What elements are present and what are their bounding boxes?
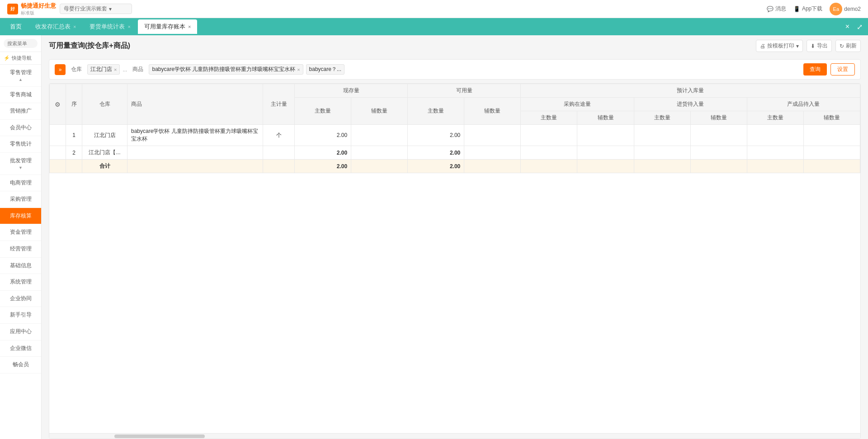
setting-button[interactable]: 设置 <box>830 63 855 76</box>
logo-icon: 好 <box>7 4 18 14</box>
sidebar-item-wholesale-mgmt[interactable]: 批发管理 ▼ <box>0 153 41 175</box>
product-tag-1-remove-icon[interactable]: × <box>297 67 300 72</box>
footer-prod-aux <box>803 160 860 173</box>
table-row: 2 江北门店【... 2.00 2.00 <box>50 146 860 160</box>
sidebar-item-system-mgmt[interactable]: 系统管理 <box>0 274 41 291</box>
home-label: 首页 <box>10 23 22 31</box>
footer-pp-aux <box>690 160 747 173</box>
close-window-button[interactable]: × <box>844 23 851 31</box>
user-profile[interactable]: Ea demo2 <box>830 3 861 15</box>
row1-product: babycare学饮杯 儿童防摔防撞吸管杯重力球吸嘴杯宝宝水杯 <box>127 125 263 146</box>
warehouse-tag-value: 江北门店 <box>90 66 112 73</box>
row1-pp-aux <box>690 125 747 146</box>
tab2-label: 要货单统计表 <box>90 23 125 31</box>
warehouse-tag-remove-icon[interactable]: × <box>114 67 117 72</box>
sidebar-item-marketing[interactable]: 营销推广 <box>0 103 41 120</box>
filter-expand-button[interactable]: » <box>55 64 66 75</box>
footer-pt-main <box>521 160 577 173</box>
row2-available-main: 2.00 <box>408 146 464 160</box>
col-settings-header[interactable]: ⚙ <box>50 84 66 125</box>
footer-num <box>66 160 82 173</box>
tab3-close-icon[interactable]: × <box>188 24 191 29</box>
sidebar-item-basic-info[interactable]: 基础信息 <box>0 258 41 274</box>
sidebar-item-purchase-mgmt[interactable]: 采购管理 <box>0 191 41 208</box>
sidebar-label: 批发管理 <box>10 157 32 165</box>
export-button[interactable]: ⬇ 导出 <box>807 40 832 52</box>
sidebar-item-enterprise-wechat[interactable]: 企业微信 <box>0 340 41 357</box>
row2-product <box>127 146 263 160</box>
sidebar-item-pro-member[interactable]: 畅会员 <box>0 357 41 373</box>
sidebar-item-member-center[interactable]: 会员中心 <box>0 120 41 137</box>
template-print-button[interactable]: 🖨 按模板打印 ▾ <box>756 40 803 52</box>
col-available-aux-header: 辅数量 <box>464 98 521 125</box>
sidebar-item-retail-mall[interactable]: 零售商城 <box>0 87 41 104</box>
sidebar-item-quick-nav[interactable]: ⚡ 快捷导航 <box>0 52 41 65</box>
filter-area: » 仓库 江北门店 × ... 商品 babycare学饮杯 儿童防摔防撞吸管杯… <box>49 59 861 80</box>
col-num-header: 序 <box>66 84 82 125</box>
col-available-header: 可用量 <box>408 84 521 98</box>
sidebar-item-finance-mgmt[interactable]: 资金管理 <box>0 224 41 241</box>
footer-available-main: 2.00 <box>408 160 464 173</box>
sidebar-label: 新手引导 <box>10 312 32 319</box>
col-prod-main-header: 主数量 <box>747 111 803 125</box>
sidebar-item-newbie-guide[interactable]: 新手引导 <box>0 307 41 324</box>
app-download-action[interactable]: 📱 App下载 <box>793 5 822 13</box>
table-scroll[interactable]: ⚙ 序 仓库 商品 主计量 现存量 可用量 预计入库量 主数量 辅 <box>49 84 860 433</box>
sidebar-label: 会员中心 <box>10 124 32 132</box>
row2-pt-aux <box>577 146 634 160</box>
header-actions: 🖨 按模板打印 ▾ ⬇ 导出 ↻ 刷新 <box>756 40 861 52</box>
tab1-close-icon[interactable]: × <box>73 24 76 29</box>
warehouse-more-indicator[interactable]: ... <box>123 66 127 73</box>
sidebar-label: 零售统计 <box>10 141 32 148</box>
main-layout: ⚡ 快捷导航 零售管理 ▲ 零售商城 营销推广 会员中心 零售统计 批发管理 ▼… <box>0 35 868 439</box>
sidebar-item-business-mgmt[interactable]: 经营管理 <box>0 241 41 258</box>
settings-gear-icon[interactable]: ⚙ <box>55 101 61 108</box>
query-button[interactable]: 查询 <box>803 63 827 76</box>
horizontal-scrollbar[interactable] <box>114 434 205 438</box>
sidebar-item-inventory-check[interactable]: 库存核算 <box>0 208 41 225</box>
col-purchase-transit-header: 采购在途量 <box>521 98 634 111</box>
row2-pp-aux <box>690 146 747 160</box>
tab-order-stats[interactable]: 要货单统计表 × <box>83 19 137 34</box>
chevron-icon: ▼ <box>19 165 23 170</box>
sidebar-item-retail-mgmt[interactable]: 零售管理 ▲ <box>0 65 41 87</box>
sidebar-item-retail-stats[interactable]: 零售统计 <box>0 136 41 153</box>
tab2-close-icon[interactable]: × <box>127 24 130 29</box>
phone-icon: 📱 <box>793 6 800 12</box>
sidebar-item-app-center[interactable]: 应用中心 <box>0 324 41 340</box>
footer-prod-main <box>747 160 803 173</box>
sidebar-item-ecommerce-mgmt[interactable]: 电商管理 <box>0 175 41 192</box>
industry-label: 母婴行业演示账套 <box>64 5 107 13</box>
row2-pp-main <box>634 146 690 160</box>
top-bar-left: 好 畅捷通好生意 标准版 母婴行业演示账套 ▾ <box>7 2 132 16</box>
app-download-label: App下载 <box>802 5 822 13</box>
expand-window-button[interactable]: ⤢ <box>855 23 864 31</box>
sidebar-label: 采购管理 <box>10 196 32 203</box>
inventory-table: ⚙ 序 仓库 商品 主计量 现存量 可用量 预计入库量 主数量 辅 <box>49 84 860 173</box>
sidebar-label: 电商管理 <box>10 179 32 187</box>
col-pp-main-header: 主数量 <box>634 111 690 125</box>
industry-selector[interactable]: 母婴行业演示账套 ▾ <box>60 4 132 14</box>
sidebar-label: 系统管理 <box>10 279 32 286</box>
quick-nav-icon: ⚡ <box>4 55 10 61</box>
message-action[interactable]: 💬 消息 <box>767 5 786 13</box>
search-input[interactable] <box>4 39 38 48</box>
sidebar-item-enterprise-collab[interactable]: 企业协同 <box>0 291 41 307</box>
logo-sub: 标准版 <box>21 10 56 16</box>
message-label: 消息 <box>775 5 786 13</box>
footer-label: 合计 <box>82 160 127 173</box>
row2-pt-main <box>521 146 577 160</box>
col-pt-main-header: 主数量 <box>521 111 577 125</box>
row2-current-main: 2.00 <box>295 146 351 160</box>
tab-available-inventory[interactable]: 可用量库存账本 × <box>138 19 197 34</box>
row1-unit: 个 <box>263 125 295 146</box>
col-pt-aux-header: 辅数量 <box>577 111 634 125</box>
col-purchase-pending-header: 进货待入量 <box>634 98 747 111</box>
tab-home[interactable]: 首页 <box>4 19 28 34</box>
row2-prod-aux <box>803 146 860 160</box>
filter-tags-warehouse: 江北门店 × ... <box>87 64 127 75</box>
row2-current-aux <box>351 146 408 160</box>
tab1-label: 收发存汇总表 <box>35 23 71 31</box>
tab-collection-summary[interactable]: 收发存汇总表 × <box>29 19 82 34</box>
refresh-button[interactable]: ↻ 刷新 <box>835 40 861 52</box>
